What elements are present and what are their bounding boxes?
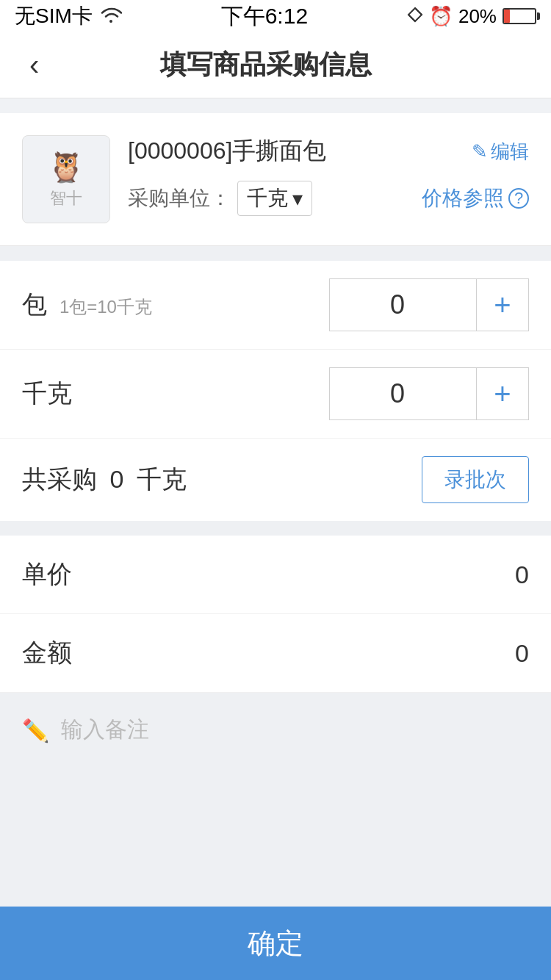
section-divider-1 bbox=[0, 246, 551, 261]
product-name-row: [0000006]手撕面包 ✎ 编辑 bbox=[128, 135, 529, 167]
nav-bar: ‹ 填写商品采购信息 bbox=[0, 32, 551, 98]
batch-button[interactable]: 录批次 bbox=[422, 456, 529, 503]
status-bar: 无SIM卡 下午6:12 ⏰ 20% bbox=[0, 0, 551, 32]
info-icon: ? bbox=[508, 188, 529, 209]
edit-button[interactable]: ✎ 编辑 bbox=[472, 139, 529, 165]
notes-section[interactable]: ✏️ 输入备注 bbox=[0, 693, 551, 840]
unit-price-row: 单价 0 bbox=[0, 536, 551, 614]
amount-row: 金额 0 bbox=[0, 614, 551, 693]
logo-text: 智十 bbox=[50, 187, 82, 209]
carrier-label: 无SIM卡 bbox=[15, 2, 93, 30]
kg-row: 千克 + bbox=[0, 350, 551, 439]
product-full-name: [0000006]手撕面包 bbox=[128, 135, 326, 167]
kg-quantity-control: + bbox=[329, 367, 529, 420]
product-info: [0000006]手撕面包 ✎ 编辑 采购单位： 千克 ▾ 价格参照 ? bbox=[128, 135, 529, 216]
edit-label: 编辑 bbox=[491, 139, 529, 165]
total-prefix: 共采购 bbox=[22, 465, 97, 493]
battery-icon bbox=[503, 8, 536, 24]
bag-quantity-control: + bbox=[329, 278, 529, 331]
price-ref-button[interactable]: 价格参照 ? bbox=[422, 184, 529, 212]
total-row: 共采购 0 千克 录批次 bbox=[0, 439, 551, 521]
unit-label-area: 采购单位： 千克 ▾ bbox=[128, 181, 312, 216]
form-section: 包 1包=10千克 + 千克 + bbox=[0, 261, 551, 439]
back-button[interactable]: ‹ bbox=[22, 41, 46, 89]
status-left: 无SIM卡 bbox=[15, 2, 122, 30]
time-label: 下午6:12 bbox=[221, 1, 308, 32]
bag-sub-label: 1包=10千克 bbox=[60, 297, 152, 317]
unit-price-label: 单价 bbox=[22, 558, 72, 591]
wifi-icon bbox=[100, 4, 122, 28]
kg-input[interactable] bbox=[329, 367, 476, 420]
bag-plus-button[interactable]: + bbox=[476, 278, 529, 331]
notes-placeholder: 输入备注 bbox=[61, 715, 149, 745]
bag-label-area: 包 1包=10千克 bbox=[22, 288, 152, 322]
location-icon bbox=[407, 5, 423, 28]
kg-label: 千克 bbox=[22, 377, 72, 411]
chevron-down-icon: ▾ bbox=[292, 187, 303, 211]
product-card: 🦉 智十 [0000006]手撕面包 ✎ 编辑 采购单位： 千克 ▾ 价格参照 … bbox=[0, 113, 551, 246]
status-right: ⏰ 20% bbox=[407, 5, 536, 28]
bag-label: 包 bbox=[22, 290, 47, 318]
total-unit: 千克 bbox=[137, 465, 187, 493]
unit-prefix-label: 采购单位： bbox=[128, 187, 231, 209]
amount-value: 0 bbox=[515, 639, 529, 668]
page-title: 填写商品采购信息 bbox=[46, 47, 485, 83]
product-image: 🦉 智十 bbox=[22, 135, 110, 223]
total-label: 共采购 0 千克 bbox=[22, 463, 187, 497]
battery-percentage: 20% bbox=[458, 5, 497, 28]
product-owl-icon: 🦉 bbox=[48, 150, 84, 184]
alarm-icon: ⏰ bbox=[429, 5, 453, 28]
unit-price-value: 0 bbox=[515, 561, 529, 589]
bag-row: 包 1包=10千克 + bbox=[0, 261, 551, 350]
amount-label: 金额 bbox=[22, 636, 72, 670]
edit-icon: ✎ bbox=[472, 140, 488, 163]
unit-value: 千克 bbox=[247, 184, 288, 212]
unit-select[interactable]: 千克 ▾ bbox=[237, 181, 312, 216]
total-value: 0 bbox=[109, 465, 123, 493]
pencil-icon: ✏️ bbox=[22, 718, 49, 743]
section-divider-2 bbox=[0, 521, 551, 536]
kg-plus-button[interactable]: + bbox=[476, 367, 529, 420]
confirm-button[interactable]: 确定 bbox=[0, 907, 551, 980]
price-ref-label: 价格参照 bbox=[422, 184, 504, 212]
bag-input[interactable] bbox=[329, 278, 476, 331]
product-unit-row: 采购单位： 千克 ▾ 价格参照 ? bbox=[128, 181, 529, 216]
